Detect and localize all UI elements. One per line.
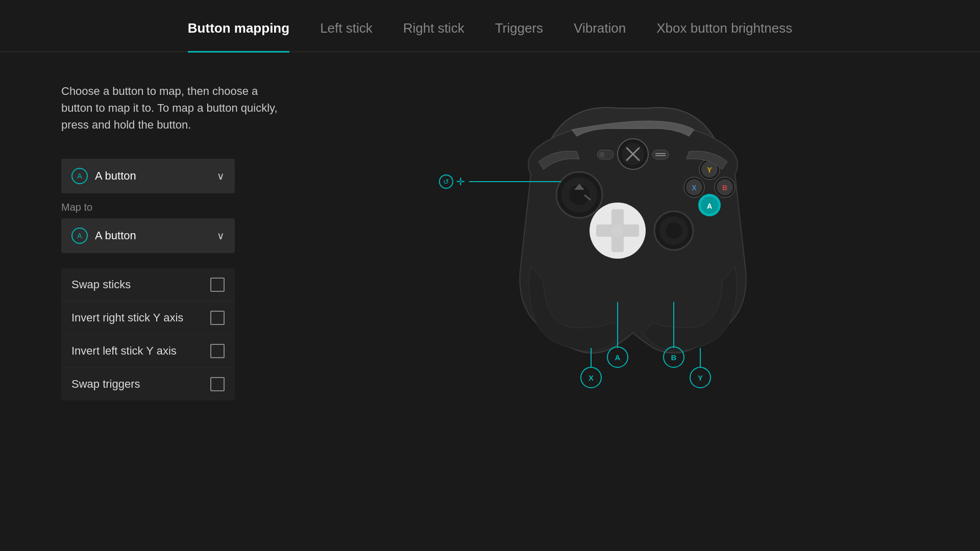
left-label-rotate-icon: ↺ xyxy=(439,174,453,189)
map-to-label: Map to xyxy=(61,202,316,213)
svg-text:A: A xyxy=(707,202,712,210)
tab-vibration[interactable]: Vibration xyxy=(574,15,626,41)
secondary-button-icon: A xyxy=(71,228,88,244)
tab-xbox-brightness[interactable]: Xbox button brightness xyxy=(656,15,792,41)
invert-right-stick-checkbox[interactable] xyxy=(210,311,225,325)
swap-triggers-row[interactable]: Swap triggers xyxy=(61,368,235,400)
tab-triggers[interactable]: Triggers xyxy=(495,15,543,41)
swap-sticks-label: Swap sticks xyxy=(71,278,131,291)
svg-text:Y: Y xyxy=(698,373,703,382)
checkboxes-section: Swap sticks Invert right stick Y axis In… xyxy=(61,268,235,400)
primary-button-icon: A xyxy=(71,168,88,184)
controller-container: ↺ ✛ xyxy=(454,72,812,389)
tab-button-mapping[interactable]: Button mapping xyxy=(188,15,289,41)
tab-right-stick[interactable]: Right stick xyxy=(403,15,464,41)
svg-text:B: B xyxy=(722,184,727,192)
navigation-tabs: Button mapping Left stick Right stick Tr… xyxy=(0,0,980,52)
swap-sticks-row[interactable]: Swap sticks xyxy=(61,268,235,302)
svg-text:B: B xyxy=(671,353,677,362)
invert-left-stick-label: Invert left stick Y axis xyxy=(71,344,177,358)
svg-rect-3 xyxy=(599,152,604,157)
instructions-text: Choose a button to map, then choose a bu… xyxy=(61,83,286,133)
invert-left-stick-row[interactable]: Invert left stick Y axis xyxy=(61,335,235,368)
svg-point-13 xyxy=(611,224,624,237)
primary-dropdown-chevron: ∨ xyxy=(217,170,225,182)
invert-right-stick-label: Invert right stick Y axis xyxy=(71,311,183,324)
secondary-dropdown-chevron: ∨ xyxy=(217,230,225,242)
left-label-plus-icon: ✛ xyxy=(456,176,465,188)
svg-rect-4 xyxy=(652,150,669,159)
invert-right-stick-row[interactable]: Invert right stick Y axis xyxy=(61,302,235,335)
invert-left-stick-checkbox[interactable] xyxy=(210,344,225,358)
svg-text:X: X xyxy=(692,184,697,192)
swap-triggers-label: Swap triggers xyxy=(71,378,140,391)
secondary-dropdown-label: A button xyxy=(95,229,210,242)
svg-point-16 xyxy=(666,222,682,239)
left-panel: Choose a button to map, then choose a bu… xyxy=(61,83,316,400)
tab-left-stick[interactable]: Left stick xyxy=(320,15,373,41)
secondary-button-dropdown[interactable]: A A button ∨ xyxy=(61,218,235,253)
left-connector-line xyxy=(469,181,561,182)
controller-svg: Y B X A xyxy=(454,72,812,389)
main-content: Choose a button to map, then choose a bu… xyxy=(0,52,980,431)
swap-sticks-checkbox[interactable] xyxy=(210,278,225,292)
primary-button-dropdown[interactable]: A A button ∨ xyxy=(61,159,235,193)
svg-text:Y: Y xyxy=(707,166,712,174)
svg-text:A: A xyxy=(615,353,621,362)
primary-dropdown-label: A button xyxy=(95,169,210,183)
svg-text:X: X xyxy=(589,373,594,382)
right-panel: ↺ ✛ xyxy=(347,83,919,400)
swap-triggers-checkbox[interactable] xyxy=(210,377,225,391)
